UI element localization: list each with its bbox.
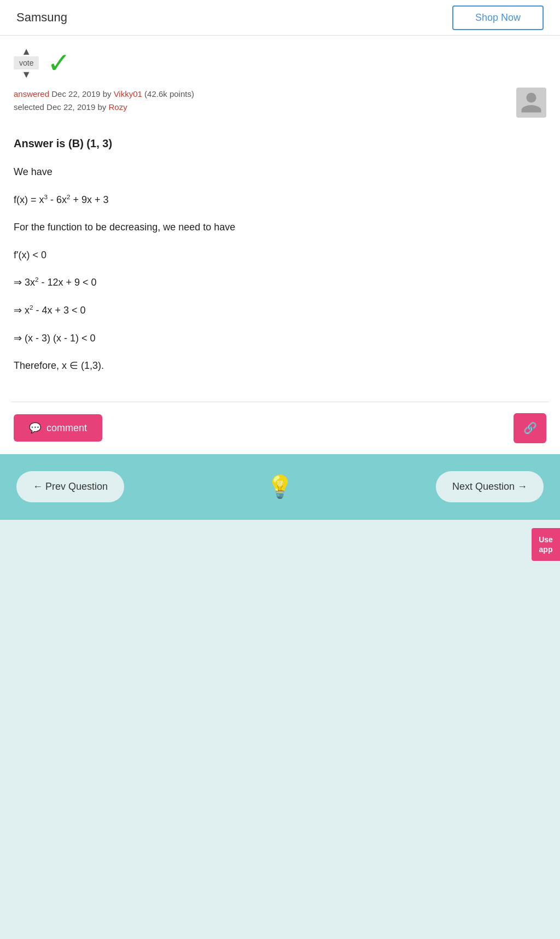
answer-meta-text: answered Dec 22, 2019 by Vikky01 (42.6k … — [14, 88, 194, 114]
bottom-navigation: ← Prev Question 💡 Next Question → — [0, 454, 560, 520]
conclusion-text: Therefore, x ∈ (1,3). — [14, 357, 546, 374]
link-button[interactable]: 🔗 — [514, 413, 546, 443]
action-buttons: 💬 comment 🔗 — [0, 402, 560, 454]
next-question-button[interactable]: Next Question → — [436, 471, 544, 502]
shop-now-button[interactable]: Shop Now — [452, 5, 544, 30]
vote-label: vote — [14, 56, 39, 69]
answered-label: answered — [14, 89, 49, 98]
link-icon: 🔗 — [523, 421, 537, 434]
vote-section: ▲ vote ▼ ✓ — [0, 36, 560, 85]
answered-date: Dec 22, 2019 — [51, 89, 100, 98]
by-label: by — [103, 89, 114, 98]
comment-button[interactable]: 💬 comment — [14, 414, 102, 442]
points-text: (42.6k points) — [144, 89, 194, 98]
user-avatar — [516, 88, 546, 118]
prev-question-button[interactable]: ← Prev Question — [16, 471, 124, 502]
step1-line: ⇒ 3x2 - 12x + 9 < 0 — [14, 274, 546, 291]
selected-by-label: by — [97, 102, 108, 112]
comment-icon: 💬 — [29, 422, 41, 434]
author-link[interactable]: Vikky01 — [114, 89, 142, 98]
condition-line: f'(x) < 0 — [14, 247, 546, 264]
main-content: ▲ vote ▼ ✓ answered Dec 22, 2019 by Vikk… — [0, 36, 560, 454]
avatar-icon — [519, 90, 544, 115]
use-app-line2: app — [539, 545, 553, 554]
selected-date: Dec 22, 2019 — [46, 102, 95, 112]
brand-name: Samsung — [16, 10, 67, 25]
step2-line: ⇒ x2 - 4x + 3 < 0 — [14, 302, 546, 319]
vote-up-button[interactable]: ▲ — [21, 47, 31, 56]
use-app-line1: Use — [539, 535, 553, 544]
correct-checkmark-icon: ✓ — [47, 49, 71, 77]
formula-line: f(x) = x3 - 6x2 + 9x + 3 — [14, 192, 546, 208]
comment-label: comment — [46, 422, 87, 434]
vote-arrows: ▲ vote ▼ — [14, 47, 39, 79]
decreasing-text: For the function to be decreasing, we ne… — [14, 219, 546, 236]
we-have-text: We have — [14, 164, 546, 181]
answer-meta: answered Dec 22, 2019 by Vikky01 (42.6k … — [0, 85, 560, 129]
selector-link[interactable]: Rozy — [108, 102, 127, 112]
use-app-button[interactable]: Use app — [532, 528, 560, 561]
step3-line: ⇒ (x - 3) (x - 1) < 0 — [14, 330, 546, 347]
vote-down-button[interactable]: ▼ — [21, 69, 31, 79]
selected-label: selected — [14, 102, 44, 112]
answer-body: Answer is (B) (1, 3) We have f(x) = x3 -… — [0, 129, 560, 402]
answer-title: Answer is (B) (1, 3) — [14, 134, 546, 153]
top-banner: Samsung Shop Now — [0, 0, 560, 36]
lightbulb-icon: 💡 — [266, 474, 294, 500]
